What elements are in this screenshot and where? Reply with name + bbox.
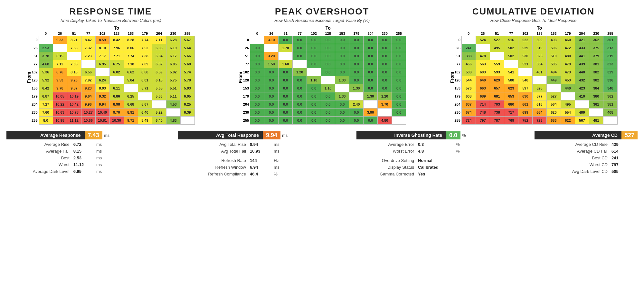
table-row: Average CD Fall 614: [535, 148, 638, 155]
ig-stats-table: Average Error 0.3 % Worst Error 4.8 % Ov…: [356, 141, 466, 177]
cd-best-value: 241: [610, 155, 630, 161]
ig-avg-err-value: 0.3: [416, 141, 454, 148]
table-row: Best 2.53 ms: [6, 155, 109, 161]
po-avg-value: 9.94: [263, 131, 280, 139]
po-rise-unit: ms: [272, 141, 288, 148]
rt-worst-unit: ms: [94, 161, 109, 168]
table-row: Worst CD 797: [535, 161, 638, 168]
cd-rise-value: 439: [610, 141, 630, 148]
ig-od-label: Overdrive Setting: [356, 157, 416, 164]
cd-worst-value: 797: [610, 161, 630, 168]
table-row: Avg Total Fall 10.93 ms: [178, 148, 288, 155]
cd-avg-value: 527: [621, 131, 638, 139]
ig-worst-err-value: 4.8: [416, 148, 454, 155]
cumulative-deviation-matrix: ToFrom0265177102128153179204230255052452…: [450, 25, 618, 125]
po-rc-unit: %: [272, 171, 288, 177]
top-section: RESPONSE TIME Time Display Takes To Tran…: [6, 6, 638, 125]
ig-avg-err-unit: %: [454, 141, 466, 148]
table-row: Worst Error 4.8 %: [356, 148, 466, 155]
table-row: Worst 11.12 ms: [6, 161, 109, 168]
rt-worst-value: 11.12: [71, 161, 94, 168]
rt-best-label: Best: [6, 155, 71, 161]
rt-dark-value: 6.95: [71, 168, 94, 175]
peak-overshoot-panel: PEAK OVERSHOOT How Much Response Exceeds…: [218, 6, 426, 125]
table-row: Average Rise 6.72 ms: [6, 141, 109, 148]
cd-dark-value: 505: [610, 168, 630, 175]
ig-gc-value: Yes: [416, 171, 454, 177]
rt-dark-label: Average Dark Level: [6, 168, 71, 175]
po-rw-value: 6.94: [248, 164, 272, 171]
ig-ds-value: Calibrated: [416, 164, 454, 171]
table-row: Avg Dark Level CD 505: [535, 168, 638, 175]
ig-avg-err-label: Average Error: [356, 141, 416, 148]
rt-rise-label: Average Rise: [6, 141, 71, 148]
rt-dark-unit: ms: [94, 168, 109, 175]
table-row: Overdrive Setting Normal: [356, 157, 466, 164]
table-row: Avg Total Rise 8.94 ms: [178, 141, 288, 148]
cd-fall-value: 614: [610, 148, 630, 155]
peak-overshoot-matrix: ToFrom026517710212815317920423025503.100…: [238, 25, 406, 125]
main-container: RESPONSE TIME Time Display Takes To Tran…: [6, 6, 638, 177]
rt-stats-panel: Average Response 7.43 ms Average Rise 6.…: [6, 131, 109, 177]
table-row: Average Error 0.3 %: [356, 141, 466, 148]
cd-avg-label: Average CD: [535, 131, 621, 139]
rt-best-value: 2.53: [71, 155, 94, 161]
po-fall-value: 10.93: [248, 148, 272, 155]
ig-gc-label: Gamma Corrected: [356, 171, 416, 177]
rt-best-unit: ms: [94, 155, 109, 161]
po-rr-value: 144: [248, 157, 272, 164]
po-rr-label: Refresh Rate: [178, 157, 248, 164]
rt-avg-unit: ms: [104, 133, 109, 138]
po-rise-value: 8.94: [248, 141, 272, 148]
response-time-panel: RESPONSE TIME Time Display Takes To Tran…: [6, 6, 215, 125]
rt-worst-label: Worst: [6, 161, 71, 168]
ig-od-value: Normal: [416, 157, 454, 164]
po-rw-unit: ms: [272, 164, 288, 171]
po-rc-label: Refresh Compliance: [178, 171, 248, 177]
table-row: [178, 155, 288, 157]
peak-overshoot-subtitle: How Much Response Exceeds Target Value B…: [274, 18, 370, 23]
cd-rise-label: Average CD Rise: [535, 141, 610, 148]
ig-ds-label: Display Status: [356, 164, 416, 171]
table-row: Refresh Rate 144 Hz: [178, 157, 288, 164]
po-fall-unit: ms: [272, 148, 288, 155]
response-time-matrix: ToFrom026517710212815317920423025509.338…: [26, 25, 194, 125]
rt-rise-value: 6.72: [71, 141, 94, 148]
rt-stats-table: Average Rise 6.72 ms Average Fall 8.15 m…: [6, 141, 109, 175]
po-avg-label: Avg Total Response: [178, 131, 263, 139]
table-row: [356, 155, 466, 157]
rt-fall-label: Average Fall: [6, 148, 71, 155]
table-row: Best CD 241: [535, 155, 638, 161]
ig-rate-value: 0.0: [446, 131, 460, 139]
table-row: Average Fall 8.15 ms: [6, 148, 109, 155]
table-row: Gamma Corrected Yes: [356, 171, 466, 177]
cumulative-deviation-title: CUMULATIVE DEVIATION: [472, 6, 595, 17]
cumulative-deviation-subtitle: How Close Response Gets To Ideal Respons…: [490, 18, 577, 23]
rt-fall-unit: ms: [94, 148, 109, 155]
po-rc-value: 46.4: [248, 171, 272, 177]
ig-worst-err-unit: %: [454, 148, 466, 155]
cd-stats-table: Average CD Rise 439 Average CD Fall 614 …: [535, 141, 638, 175]
table-row: Display Status Calibrated: [356, 164, 466, 171]
po-avg-unit: ms: [282, 133, 288, 138]
rt-avg-label: Average Response: [6, 131, 85, 139]
cd-dark-label: Avg Dark Level CD: [535, 168, 610, 175]
rt-avg-value: 7.43: [85, 131, 102, 139]
bottom-section: Average Response 7.43 ms Average Rise 6.…: [6, 131, 638, 177]
peak-overshoot-title: PEAK OVERSHOOT: [275, 6, 369, 17]
ig-rate-unit: %: [462, 133, 466, 138]
cd-worst-label: Worst CD: [535, 161, 610, 168]
rt-fall-value: 8.15: [71, 148, 94, 155]
cd-fall-label: Average CD Fall: [535, 148, 610, 155]
response-time-subtitle: Time Display Takes To Transition Between…: [60, 18, 161, 23]
table-row: Refresh Window 6.94 ms: [178, 164, 288, 171]
rt-rise-unit: ms: [94, 141, 109, 148]
ig-rate-label: Inverse Ghosting Rate: [356, 131, 446, 139]
po-rw-label: Refresh Window: [178, 164, 248, 171]
po-rise-label: Avg Total Rise: [178, 141, 248, 148]
ig-worst-err-label: Worst Error: [356, 148, 416, 155]
table-row: Average Dark Level 6.95 ms: [6, 168, 109, 175]
cd-best-label: Best CD: [535, 155, 610, 161]
table-row: Refresh Compliance 46.4 %: [178, 171, 288, 177]
po-fall-label: Avg Total Fall: [178, 148, 248, 155]
